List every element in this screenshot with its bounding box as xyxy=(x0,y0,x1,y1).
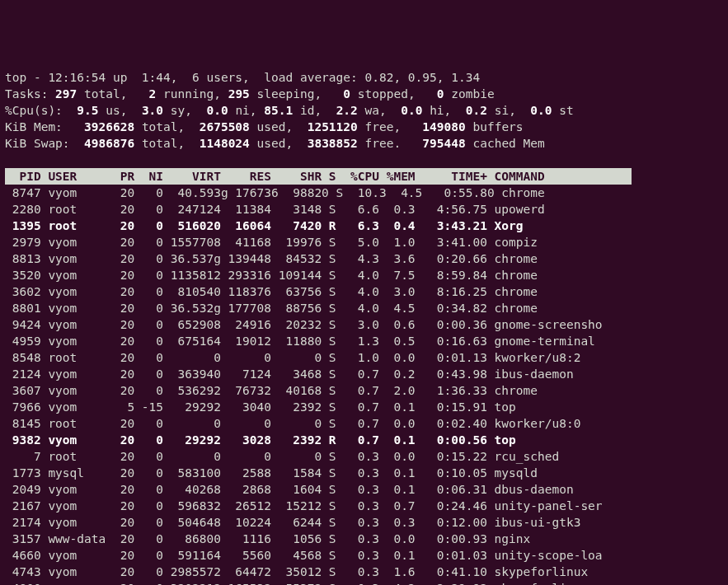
cpu-st: 0.0 xyxy=(530,104,559,117)
blank-line xyxy=(5,152,723,168)
tasks-sleeping-label: sleeping, xyxy=(257,87,344,101)
mem-buffers-label: buffers xyxy=(472,120,523,133)
summary-uptime: top - 12:16:54 up 1:44, 6 users, load av… xyxy=(5,69,723,86)
column-header-row[interactable]: PID USER PR NI VIRT RES SHR S %CPU %MEM … xyxy=(5,168,723,185)
tasks-total: 297 xyxy=(55,87,84,101)
mem-free: 1251120 xyxy=(308,120,365,133)
mem-used-label: used, xyxy=(257,120,308,133)
cpu-si-label: si, xyxy=(495,104,531,117)
tasks-zombie: 0 xyxy=(437,87,451,101)
cpu-si: 0.2 xyxy=(466,104,495,117)
mem-used: 2675508 xyxy=(200,120,257,133)
cpu-wa-label: wa, xyxy=(365,104,402,117)
process-row[interactable]: 4660 vyom 20 0 591164 5560 4568 S 0.3 0.… xyxy=(5,547,723,564)
process-row[interactable]: 8801 vyom 20 0 36.532g 177708 88756 S 4.… xyxy=(5,300,723,316)
swap-cached-label: cached Mem xyxy=(472,137,544,150)
process-row[interactable]: 4800 vyom 20 0 3202212 165532 55372 S 0.… xyxy=(5,580,723,585)
process-row[interactable]: 7 root 20 0 0 0 0 S 0.3 0.0 0:15.22 rcu_… xyxy=(5,448,723,465)
cpu-id: 85.1 xyxy=(264,104,300,117)
process-row[interactable]: 8145 root 20 0 0 0 0 S 0.7 0.0 0:02.40 k… xyxy=(5,415,723,432)
mem-buffers: 149080 xyxy=(422,120,472,133)
process-row[interactable]: 1395 root 20 0 516020 16064 7420 R 6.3 0… xyxy=(5,218,723,234)
cpu-hi-label: hi, xyxy=(430,104,466,117)
cpu-sy: 3.0 xyxy=(142,104,171,117)
process-row[interactable]: 2174 vyom 20 0 504648 10224 6244 S 0.3 0… xyxy=(5,514,723,531)
swap-free-label: free. xyxy=(365,137,423,150)
cpu-wa: 2.2 xyxy=(336,104,365,117)
process-row[interactable]: 3520 vyom 20 0 1135812 293316 109144 S 4… xyxy=(5,267,723,283)
column-headers[interactable]: PID USER PR NI VIRT RES SHR S %CPU %MEM … xyxy=(5,168,632,185)
cpu-id-label: id, xyxy=(300,104,336,117)
tasks-label: Tasks: xyxy=(5,87,55,101)
process-row[interactable]: 8813 vyom 20 0 36.537g 139448 84532 S 4.… xyxy=(5,250,723,267)
process-row[interactable]: 4959 vyom 20 0 675164 19012 11880 S 1.3 … xyxy=(5,333,723,349)
mem-label: KiB Mem: xyxy=(5,120,84,133)
swap-total: 4986876 xyxy=(84,137,142,150)
swap-label: KiB Swap: xyxy=(5,137,84,150)
process-row[interactable]: 3602 vyom 20 0 810540 118376 63756 S 4.0… xyxy=(5,283,723,300)
tasks-sleeping: 295 xyxy=(228,87,257,101)
process-row[interactable]: 2124 vyom 20 0 363940 7124 3468 S 0.7 0.… xyxy=(5,366,723,382)
cpu-hi: 0.0 xyxy=(401,104,430,117)
tasks-running-label: running, xyxy=(163,87,228,101)
summary-tasks: Tasks: 297 total, 2 running, 295 sleepin… xyxy=(5,86,723,102)
tasks-running: 2 xyxy=(149,87,163,101)
cpu-us: 9.5 xyxy=(77,104,106,117)
summary-swap: KiB Swap: 4986876 total, 1148024 used, 3… xyxy=(5,135,723,152)
cpu-ni: 0.0 xyxy=(206,104,235,117)
process-row[interactable]: 9382 vyom 20 0 29292 3028 2392 R 0.7 0.1… xyxy=(5,432,723,448)
process-row[interactable]: 2049 vyom 20 0 40268 2868 1604 S 0.3 0.1… xyxy=(5,481,723,498)
swap-cached: 795448 xyxy=(422,137,472,150)
process-row[interactable]: 7966 vyom 5 -15 29292 3040 2392 S 0.7 0.… xyxy=(5,399,723,415)
mem-total: 3926628 xyxy=(84,120,142,133)
mem-total-label: total, xyxy=(142,120,200,133)
tasks-stopped-label: stopped, xyxy=(358,87,437,101)
cpu-sy-label: sy, xyxy=(171,104,207,117)
process-row[interactable]: 1773 mysql 20 0 583100 2588 1584 S 0.3 0… xyxy=(5,465,723,481)
swap-total-label: total, xyxy=(142,137,200,150)
summary-cpu: %Cpu(s): 9.5 us, 3.0 sy, 0.0 ni, 85.1 id… xyxy=(5,102,723,119)
process-row[interactable]: 3607 vyom 20 0 536292 76732 40168 S 0.7 … xyxy=(5,382,723,399)
swap-used-label: used, xyxy=(257,137,308,150)
swap-free: 3838852 xyxy=(308,137,365,150)
process-row[interactable]: 4743 vyom 20 0 2985572 64472 35012 S 0.3… xyxy=(5,564,723,580)
swap-used: 1148024 xyxy=(200,137,257,150)
process-row[interactable]: 2280 root 20 0 247124 11384 3148 S 6.6 0… xyxy=(5,201,723,218)
summary-mem: KiB Mem: 3926628 total, 2675508 used, 12… xyxy=(5,119,723,135)
process-row[interactable]: 2979 vyom 20 0 1557708 41168 19976 S 5.0… xyxy=(5,234,723,250)
mem-free-label: free, xyxy=(365,120,423,133)
process-row[interactable]: 8548 root 20 0 0 0 0 S 1.0 0.0 0:01.13 k… xyxy=(5,349,723,366)
tasks-zombie-label: zombie xyxy=(451,87,494,101)
process-row[interactable]: 2167 vyom 20 0 596832 26512 15212 S 0.3 … xyxy=(5,498,723,514)
process-row[interactable]: 3157 www-data 20 0 86800 1116 1056 S 0.3… xyxy=(5,531,723,547)
cpu-us-label: us, xyxy=(106,104,142,117)
cpu-ni-label: ni, xyxy=(235,104,264,117)
cpu-st-label: st xyxy=(559,104,573,117)
tasks-total-label: total, xyxy=(84,87,149,101)
tasks-stopped: 0 xyxy=(343,87,357,101)
process-row[interactable]: 9424 vyom 20 0 652908 24916 20232 S 3.0 … xyxy=(5,316,723,333)
cpu-label: %Cpu(s): xyxy=(5,104,77,117)
process-row[interactable]: 8747 vyom 20 0 40.593g 176736 98820 S 10… xyxy=(5,185,723,201)
